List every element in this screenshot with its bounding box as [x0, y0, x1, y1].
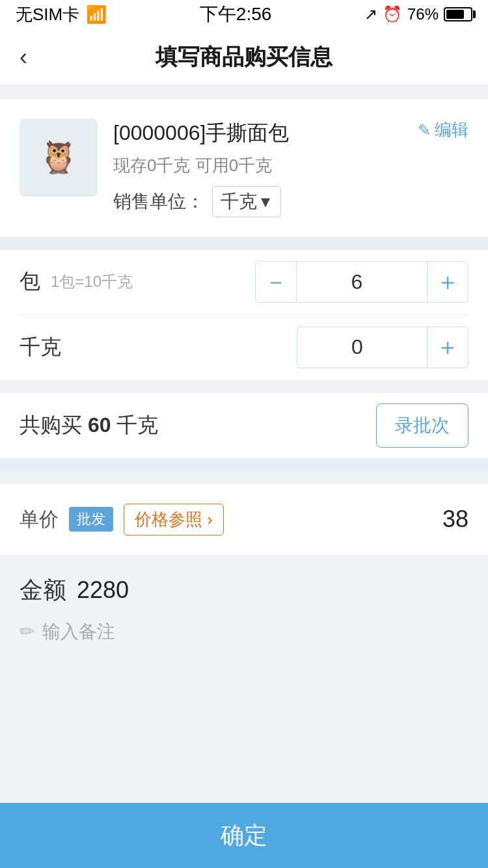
battery-icon	[444, 7, 472, 21]
package-text: 包	[20, 267, 40, 296]
kilogram-label: 千克	[20, 333, 61, 362]
nav-bar: ‹ 填写商品购买信息	[0, 29, 488, 86]
product-info: [0000006]手撕面包 现存0千克 可用0千克 销售单位： 千克 ▾	[113, 118, 468, 217]
amount-value: 2280	[77, 576, 129, 604]
summary-text: 共购买 60 千克	[20, 411, 158, 440]
status-right: ↗ ⏰ 76%	[364, 5, 472, 23]
battery-fill	[446, 10, 464, 19]
remark-placeholder: 输入备注	[42, 619, 115, 644]
status-time: 下午2:56	[200, 2, 272, 27]
wifi-icon: 📶	[86, 5, 107, 25]
unit-value: 千克	[221, 189, 257, 214]
summary-unit: 千克	[116, 413, 158, 437]
amount-label: 金额	[20, 575, 66, 606]
kilogram-input[interactable]	[297, 327, 427, 368]
summary-quantity: 60	[88, 413, 116, 437]
kilogram-plus-button[interactable]: ＋	[427, 327, 468, 368]
quantity-section: 包 1包=10千克 － ＋ 千克 ＋	[0, 250, 488, 380]
amount-section: 金额 2280 ✏ 输入备注	[0, 555, 488, 655]
price-value: 38	[442, 506, 468, 533]
confirm-button-label: 确定	[221, 820, 267, 852]
price-section: 单价 批发 价格参照 › 38	[0, 484, 488, 555]
package-hint: 1包=10千克	[51, 271, 133, 292]
product-thumbnail: 🦉	[39, 139, 78, 176]
package-controls: － ＋	[255, 261, 468, 303]
confirm-bar[interactable]: 确定	[0, 803, 488, 868]
product-card: 🦉 [0000006]手撕面包 现存0千克 可用0千克 销售单位： 千克 ▾ ✎…	[0, 99, 488, 237]
kilogram-controls: ＋	[297, 327, 468, 368]
status-bar: 无SIM卡 📶 下午2:56 ↗ ⏰ 76%	[0, 0, 488, 29]
package-row: 包 1包=10千克 － ＋	[20, 250, 468, 315]
price-label: 单价	[20, 506, 59, 533]
package-minus-button[interactable]: －	[255, 261, 297, 303]
summary-section: 共购买 60 千克 录批次	[0, 393, 488, 458]
amount-row: 金额 2280	[20, 575, 468, 606]
price-tag: 批发	[69, 507, 113, 532]
page-title: 填写商品购买信息	[156, 42, 332, 72]
section-divider-1	[0, 237, 488, 250]
product-unit-row: 销售单位： 千克 ▾	[113, 186, 468, 217]
location-icon: ↗	[364, 5, 377, 23]
edit-label: 编辑	[435, 118, 468, 141]
product-name: [0000006]手撕面包	[113, 118, 468, 148]
remark-row[interactable]: ✏ 输入备注	[20, 619, 468, 644]
package-label: 包 1包=10千克	[20, 267, 133, 296]
battery-percent: 76%	[407, 5, 439, 23]
product-image: 🦉	[20, 118, 98, 197]
batch-button[interactable]: 录批次	[376, 403, 468, 448]
dropdown-arrow: ▾	[261, 191, 270, 212]
status-left: 无SIM卡 📶	[16, 3, 107, 26]
package-input[interactable]	[297, 261, 427, 303]
price-row: 单价 批发 价格参照 › 38	[20, 504, 468, 536]
kilogram-text: 千克	[20, 333, 61, 362]
summary-prefix: 共购买	[20, 413, 88, 437]
kilogram-row: 千克 ＋	[20, 315, 468, 380]
pencil-icon: ✏	[20, 621, 34, 642]
product-stock: 现存0千克 可用0千克	[113, 154, 468, 177]
carrier-label: 无SIM卡	[16, 3, 79, 26]
section-divider-2	[0, 458, 488, 471]
edit-icon: ✎	[418, 121, 431, 139]
back-button[interactable]: ‹	[20, 44, 27, 71]
alarm-icon: ⏰	[383, 5, 402, 23]
package-plus-button[interactable]: ＋	[427, 261, 468, 303]
price-ref-button[interactable]: 价格参照 ›	[124, 504, 224, 536]
unit-dropdown[interactable]: 千克 ▾	[212, 186, 281, 217]
edit-button[interactable]: ✎ 编辑	[418, 118, 468, 141]
unit-label: 销售单位：	[113, 189, 204, 214]
